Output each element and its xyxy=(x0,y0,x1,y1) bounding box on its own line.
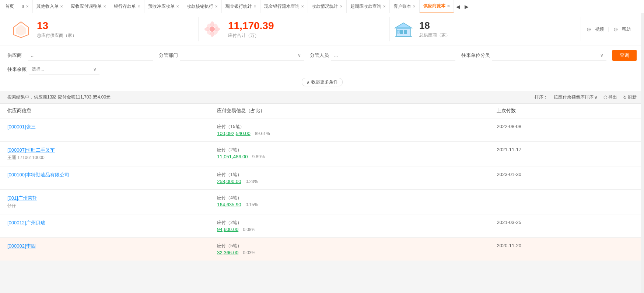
table-row: [000002]李四 应付（5笔） 32,366.00 0.03% 2020-1… xyxy=(0,238,644,261)
trans-amount-2[interactable]: 11,051,486.00 xyxy=(217,154,248,159)
help-link[interactable]: 帮助 xyxy=(622,26,631,32)
balance-placeholder: 选择... xyxy=(32,66,44,72)
trans-row-6: 32,366.00 0.03% xyxy=(217,249,497,255)
trans-label-6: 应付（5笔） xyxy=(217,243,497,249)
search-button[interactable]: 查询 xyxy=(612,50,637,61)
nav-tab-custbook[interactable]: 客户账本 ✕ xyxy=(390,0,420,13)
filter-row-1: 供应商 ... 分管部门 ∨ 分管人员 ... 往来单位分类 ∨ 查询 xyxy=(7,50,637,61)
close-icon[interactable]: ✕ xyxy=(383,4,386,8)
svg-rect-17 xyxy=(400,30,403,34)
close-icon[interactable]: ✕ xyxy=(447,4,450,8)
supplier-link-3[interactable]: [000100]本特勤油品有限公司 xyxy=(7,172,69,177)
close-icon[interactable]: ✕ xyxy=(137,4,140,8)
close-icon[interactable]: ✕ xyxy=(176,4,179,8)
supplier-link-2[interactable]: [000007]恒旺二手叉车 xyxy=(7,147,55,153)
results-right: 排序： 按应付余额倒序排序 ∨ ⬡ 导出 ↻ 刷新 xyxy=(535,94,637,100)
trans-label-1: 应付（15笔） xyxy=(217,124,497,130)
supplier-input[interactable]: ... xyxy=(28,50,153,61)
transaction-info-1: 应付（15笔） 100,092,540.00 89.61% xyxy=(217,124,497,136)
svg-marker-1 xyxy=(16,24,26,36)
nav-tab-prepay[interactable]: 预收冲应收单 ✕ xyxy=(144,0,183,13)
close-icon[interactable]: ✕ xyxy=(253,4,256,8)
category-select[interactable]: ∨ xyxy=(492,50,607,61)
sort-select[interactable]: 按应付余额倒序排序 ∨ xyxy=(554,94,598,100)
filter-area: 供应商 ... 分管部门 ∨ 分管人员 ... 往来单位分类 ∨ 查询 xyxy=(0,45,644,91)
table-row: [000012]广州贝瑞 应付（2笔） 94,600.00 0.08% 2021… xyxy=(0,214,644,238)
trans-label-4: 应付（4笔） xyxy=(217,195,497,201)
supplier-table: 供应商信息 应付交易信息（占比） 上次付数 [000001]张三 应付（15笔）… xyxy=(0,104,644,261)
close-icon[interactable]: ✕ xyxy=(301,4,304,8)
nav-tab-home[interactable]: 首页 xyxy=(1,0,18,13)
dept-select[interactable]: ∨ xyxy=(180,50,304,61)
last-pay-6: 2020-11-20 xyxy=(497,243,637,248)
video-link[interactable]: 视频 xyxy=(595,26,604,32)
supplier-label: 供应商 xyxy=(7,52,26,59)
payable-total-label: 应付合计（万） xyxy=(228,32,274,39)
trans-pct-4: 0.15% xyxy=(245,202,258,207)
sort-label: 排序： xyxy=(535,94,548,100)
svg-rect-19 xyxy=(397,30,399,33)
chevron-down-icon: ∨ xyxy=(298,53,301,58)
filter-row-2: 往来余额 选择... ∨ xyxy=(7,64,637,75)
diamond-icon xyxy=(11,19,31,39)
close-icon[interactable]: ✕ xyxy=(26,4,29,8)
close-icon[interactable]: ✕ xyxy=(413,4,416,8)
trans-amount-6[interactable]: 32,366.00 xyxy=(217,250,238,255)
scrollbar[interactable] xyxy=(641,13,644,261)
nav-tab-3[interactable]: 3 ✕ xyxy=(18,0,33,13)
trans-pct-1: 89.61% xyxy=(255,131,270,136)
refresh-label: 刷新 xyxy=(628,94,637,100)
nav-tab-cashflow[interactable]: 现金银行流水查询 ✕ xyxy=(260,0,308,13)
trans-label-3: 应付（1笔） xyxy=(217,172,497,178)
nav-tab-bank[interactable]: 银行存款单 ✕ xyxy=(110,0,144,13)
table-header: 供应商信息 应付交易信息（占比） 上次付数 xyxy=(0,104,644,118)
export-icon: ⬡ xyxy=(603,95,607,100)
balance-label: 往来余额 xyxy=(7,66,27,73)
nav-tab-cashstat[interactable]: 现金银行统计 ✕ xyxy=(222,0,260,13)
svg-rect-18 xyxy=(404,30,407,34)
payable-suppliers-label: 总应付供应商（家） xyxy=(37,32,77,39)
supplier-link-1[interactable]: [000001]张三 xyxy=(7,124,36,130)
trans-amount-4[interactable]: 164,635.90 xyxy=(217,202,241,207)
nav-tab-adjust[interactable]: 应收应付调整单 ✕ xyxy=(67,0,110,13)
close-icon[interactable]: ✕ xyxy=(340,4,343,8)
nav-arrow-left[interactable]: ◀ xyxy=(454,4,462,10)
nav-tab-recvstat[interactable]: 收款情况统计 ✕ xyxy=(308,0,347,13)
supplier-info-6: [000002]李四 xyxy=(7,243,217,249)
export-button[interactable]: ⬡ 导出 xyxy=(603,94,617,100)
person-label: 分管人员 xyxy=(310,52,329,59)
stat-block-payable-suppliers: 13 总应付供应商（家） xyxy=(7,17,199,41)
col-header-supplier: 供应商信息 xyxy=(7,107,217,114)
flower-icon xyxy=(202,19,222,39)
close-icon[interactable]: ✕ xyxy=(103,4,106,8)
nav-arrow-right[interactable]: ▶ xyxy=(462,4,471,10)
supplier-link-4[interactable]: [001]广州荣轩 xyxy=(7,195,37,201)
trans-amount-3[interactable]: 258,000.00 xyxy=(217,179,241,184)
nav-tab-income[interactable]: 其他收入单 ✕ xyxy=(33,0,67,13)
sort-value: 按应付余额倒序排序 xyxy=(554,94,594,100)
refresh-icon: ↻ xyxy=(623,95,627,100)
nav-tab-receipt[interactable]: 收款核销执行 ✕ xyxy=(183,0,222,13)
close-icon[interactable]: ✕ xyxy=(215,4,218,8)
trans-amount-1[interactable]: 100,092,540.00 xyxy=(217,131,250,136)
supplier-link-6[interactable]: [000002]李四 xyxy=(7,243,36,249)
sort-arrow-icon: ∨ xyxy=(594,95,598,100)
balance-select[interactable]: 选择... ∨ xyxy=(29,64,99,75)
top-right-links: ◎ 视频 | ◎ 帮助 xyxy=(581,26,637,32)
nav-tab-overdue[interactable]: 超期应收款查询 ✕ xyxy=(347,0,390,13)
close-icon[interactable]: ✕ xyxy=(60,4,63,8)
total-suppliers-label: 总供应商（家） xyxy=(419,32,450,38)
supplier-info-5: [000012]广州贝瑞 xyxy=(7,220,217,226)
nav-tab-supplierbook[interactable]: 供应商账本 ✕ xyxy=(420,0,454,13)
trans-amount-5[interactable]: 94,600.00 xyxy=(217,227,238,232)
dept-label: 分管部门 xyxy=(159,52,178,59)
refresh-button[interactable]: ↻ 刷新 xyxy=(623,94,637,100)
supplier-placeholder: ... xyxy=(31,53,35,58)
trans-pct-2: 9.89% xyxy=(252,154,265,159)
person-input[interactable]: ... xyxy=(331,50,455,61)
supplier-link-5[interactable]: [000012]广州贝瑞 xyxy=(7,220,45,225)
trans-row-3: 258,000.00 0.23% xyxy=(217,178,497,184)
chevron-down-icon3: ∨ xyxy=(93,67,97,72)
payable-suppliers-count: 13 xyxy=(37,20,77,32)
collapse-button[interactable]: ∧ 收起更多条件 xyxy=(302,78,343,86)
